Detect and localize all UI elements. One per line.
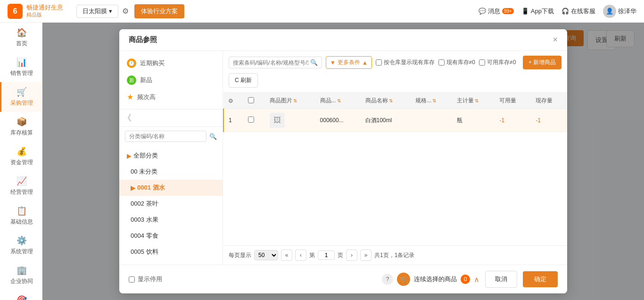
category-c00[interactable]: 00 未分类 — [119, 164, 223, 180]
category-all[interactable]: ▶ 全部分类 — [119, 148, 223, 164]
trial-button[interactable]: 体验行业方案 — [134, 4, 184, 18]
category-search-input[interactable] — [125, 131, 206, 142]
logo-sub: 精品版 — [26, 11, 63, 18]
sort-unit-icon[interactable]: ⇅ — [475, 98, 479, 103]
sort-code-icon[interactable]: ⇅ — [337, 98, 341, 103]
sort-name-icon[interactable]: ⇅ — [389, 98, 393, 103]
app-download-item[interactable]: 📱 App下载 — [521, 7, 554, 16]
sidebar: 🏠 首页 📊 销售管理 🛒 采购管理 📦 库存核算 💰 资金管理 📈 经营管理 … — [0, 23, 42, 300]
first-page-button[interactable]: « — [281, 250, 292, 261]
sidebar-item-base[interactable]: 📋 基础信息 — [0, 201, 42, 231]
row-img: 🖼 — [265, 109, 315, 132]
logo-icon: 6 — [8, 4, 23, 19]
home-icon: 🏠 — [17, 27, 27, 38]
usable-ne0-checkbox[interactable] — [479, 59, 485, 66]
category-search-area: 🔍 — [119, 127, 223, 146]
filter-icon: ▼ — [330, 59, 336, 66]
user-item[interactable]: 👤 徐泽华 — [603, 5, 636, 18]
nav-dropdown[interactable]: 日太阳膜 ▾ — [76, 5, 118, 18]
th-gear[interactable]: ⚙ — [223, 93, 243, 109]
sort-img-icon[interactable]: ⇅ — [293, 98, 297, 103]
modal-right-panel: 🔍 ▼ 更多条件 ▲ 按仓库显示现有库存 — [223, 51, 567, 265]
modal-title: 商品参照 — [129, 35, 157, 44]
row-select-checkbox[interactable] — [248, 117, 254, 123]
cancel-button[interactable]: 取消 — [485, 271, 517, 288]
collapse-left-icon[interactable]: 《 — [123, 112, 132, 124]
finance-icon: 💰 — [17, 146, 27, 157]
next-page-button[interactable]: › — [346, 250, 357, 261]
show-disabled-label[interactable]: 显示停用 — [129, 275, 162, 283]
product-search-box: 🔍 — [229, 57, 322, 68]
category-search-icon[interactable]: 🔍 — [209, 133, 217, 140]
stock-ne0-checkbox[interactable] — [438, 59, 445, 66]
online-service-item[interactable]: 🎧 在线客服 — [561, 7, 595, 16]
confirm-button[interactable]: 确定 — [523, 271, 558, 287]
th-name: 商品名称 ⇅ — [361, 93, 411, 109]
th-img: 商品图片 ⇅ — [265, 93, 315, 109]
modal-left-panel: 🕐 近期购买 新 新品 ★ 频次高 — [119, 51, 223, 265]
th-checkbox — [243, 93, 264, 109]
category-c0002[interactable]: 0002 茶叶 — [119, 196, 223, 212]
message-nav-item[interactable]: 💬 消息 99+ — [479, 7, 514, 16]
cart-collapse-icon[interactable]: ∧ — [474, 275, 479, 284]
stock-ne0-filter-label[interactable]: 现有库存≠0 — [438, 58, 475, 67]
sidebar-item-enterprise[interactable]: 🏢 企业协同 — [0, 260, 42, 290]
help-icon[interactable]: ? — [382, 274, 393, 285]
sort-spec-icon[interactable]: ⇅ — [432, 98, 436, 103]
more-filter-button[interactable]: ▼ 更多条件 ▲ — [326, 56, 372, 69]
warehouse-filter-checkbox[interactable] — [376, 59, 382, 66]
sidebar-item-purchase[interactable]: 🛒 采购管理 — [0, 82, 42, 112]
sidebar-item-guide[interactable]: 🎯 新手引导 — [0, 290, 42, 300]
sidebar-item-inventory[interactable]: 📦 库存核算 — [0, 112, 42, 142]
pagination: 每页显示 50 100 200 « ‹ 第 页 › — [223, 245, 567, 265]
sidebar-item-finance[interactable]: 💰 资金管理 — [0, 142, 42, 171]
row-unit: 瓶 — [452, 109, 495, 132]
modal-close-button[interactable]: × — [553, 35, 558, 45]
warehouse-filter-label[interactable]: 按仓库显示现有库存 — [376, 58, 435, 67]
new-product-link[interactable]: 新 新品 — [119, 72, 223, 89]
main-content: 查询 设置 刷新 商品参照 × — [42, 23, 644, 300]
th-spec: 规格... ⇅ — [411, 93, 452, 109]
collapse-section: 《 — [119, 109, 223, 127]
column-settings-icon[interactable]: ⚙ — [228, 98, 233, 104]
quick-links: 🕐 近期购买 新 新品 ★ 频次高 — [119, 51, 223, 109]
per-page-select[interactable]: 50 100 200 — [254, 250, 278, 260]
gear-icon[interactable]: ⚙ — [122, 7, 129, 16]
category-c0004[interactable]: 0004 零食 — [119, 228, 223, 244]
usable-ne0-filter-label[interactable]: 可用库存≠0 — [479, 58, 516, 67]
sidebar-item-operation[interactable]: 📈 经营管理 — [0, 171, 42, 201]
prev-page-button[interactable]: ‹ — [295, 250, 306, 261]
modal-body: 🕐 近期购买 新 新品 ★ 频次高 — [119, 51, 567, 265]
recent-purchase-link[interactable]: 🕐 近期购买 — [119, 55, 223, 72]
sidebar-item-sales[interactable]: 📊 销售管理 — [0, 52, 42, 82]
add-product-button[interactable]: + 新增商品 — [523, 56, 561, 69]
category-c0005[interactable]: 0005 饮料 — [119, 244, 223, 260]
frequent-link[interactable]: ★ 频次高 — [119, 89, 223, 105]
sidebar-item-home[interactable]: 🏠 首页 — [0, 23, 42, 52]
th-usable: 可用量 — [495, 93, 531, 109]
table-row[interactable]: 1 🖼 000600... 白酒100ml — [223, 109, 567, 132]
phone-icon: 📱 — [521, 8, 529, 15]
message-icon: 💬 — [479, 8, 486, 15]
arrow-icon-c0001: ▶ — [131, 184, 135, 192]
modal-overlay: 商品参照 × 🕐 近期购买 新 — [42, 23, 644, 300]
last-page-button[interactable]: » — [360, 250, 372, 261]
product-search-input[interactable] — [233, 59, 308, 66]
row-code: 000600... — [315, 109, 361, 132]
sales-icon: 📊 — [17, 57, 27, 67]
sidebar-item-system[interactable]: ⚙️ 系统管理 — [0, 231, 42, 260]
select-all-checkbox[interactable] — [248, 97, 254, 103]
refresh-table-button[interactable]: C 刷新 — [229, 73, 258, 88]
category-list: ▶ 全部分类 00 未分类 ▶ 0001 酒水 0002 茶 — [119, 146, 223, 265]
avatar: 👤 — [603, 5, 616, 18]
category-c0003[interactable]: 0003 水果 — [119, 212, 223, 228]
th-stock: 现存量 — [531, 93, 567, 109]
search-icon[interactable]: 🔍 — [310, 59, 318, 66]
page-number-input[interactable] — [318, 250, 335, 260]
show-disabled-checkbox[interactable] — [129, 276, 135, 283]
category-c0008[interactable]: 0008 水 — [119, 260, 223, 265]
modal-header: 商品参照 × — [119, 29, 567, 51]
new-icon: 新 — [127, 75, 136, 85]
category-c0001[interactable]: ▶ 0001 酒水 — [119, 180, 223, 196]
modal-footer: 显示停用 ? 🛒 连续选择的商品 0 ∧ 取消 确定 — [119, 265, 567, 293]
